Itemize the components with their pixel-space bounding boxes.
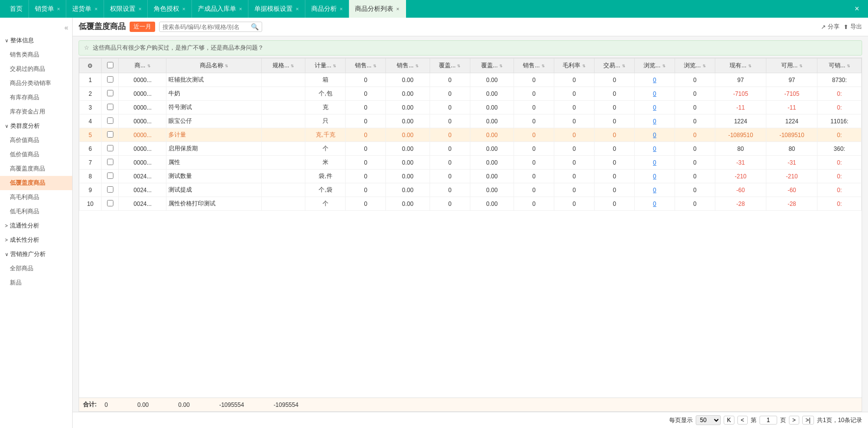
- page-title: 低覆盖度商品: [79, 22, 126, 32]
- window-close-button[interactable]: ×: [850, 4, 864, 13]
- sidebar-item-低毛利商品[interactable]: 低毛利商品: [0, 204, 72, 219]
- nav-tab-角色授权[interactable]: 角色授权×: [148, 0, 191, 18]
- pagination-bar: 每页显示 50 100 200 K < 第 页 > >| 共1页，10条记录: [73, 412, 868, 428]
- footer-col1: 0: [105, 401, 108, 408]
- col-gross: 毛利率 ⇅: [554, 58, 595, 73]
- tab-close-icon[interactable]: ×: [57, 6, 60, 12]
- col-cover2: 覆盖... ⇅: [470, 58, 514, 73]
- sidebar-item-高价值商品[interactable]: 高价值商品: [0, 133, 72, 147]
- col-checkbox: [101, 58, 119, 73]
- table-header-row: ⚙ 商... ⇅ 商品名称 ⇅ 规格... ⇅ 计量... ⇅ 销售... ⇅ …: [80, 58, 862, 73]
- page-size-select[interactable]: 50 100 200: [696, 415, 721, 425]
- sidebar-section-整体信息[interactable]: ∨整体信息: [0, 33, 72, 48]
- footer-col5: -1095554: [273, 401, 298, 408]
- section-arrow-icon: >: [5, 237, 8, 243]
- nav-tab-商品分析列表[interactable]: 商品分析列表×: [349, 0, 406, 18]
- table-row: 50000...多计量克,千克00.0000.0000000-1089510-1…: [80, 128, 862, 142]
- tab-close-icon[interactable]: ×: [396, 6, 399, 12]
- search-box: 🔍: [159, 22, 262, 32]
- sidebar-section-成长性分析[interactable]: >成长性分析: [0, 233, 72, 247]
- footer-col3: 0.00: [178, 401, 190, 408]
- tab-close-icon[interactable]: ×: [94, 6, 97, 12]
- content-header: 低覆盖度商品 近一月 🔍 ↗ 分享 ⬆ 导出: [73, 18, 868, 36]
- col-spec: 规格... ⇅: [262, 58, 305, 73]
- col-code: 商... ⇅: [119, 58, 166, 73]
- page-number-input[interactable]: [760, 416, 777, 425]
- select-all-checkbox[interactable]: [107, 62, 113, 68]
- sidebar-section-营销推广分析[interactable]: ∨营销推广分析: [0, 247, 72, 261]
- col-stock2: 可用... ⇅: [766, 58, 817, 73]
- info-icon: ☆: [84, 44, 89, 51]
- data-table: ⚙ 商... ⇅ 商品名称 ⇅ 规格... ⇅ 计量... ⇅ 销售... ⇅ …: [79, 58, 862, 211]
- col-trade: 交易... ⇅: [595, 58, 635, 73]
- sidebar-collapse-button[interactable]: «: [0, 22, 72, 33]
- sidebar-item-交易过的商品[interactable]: 交易过的商品: [0, 62, 72, 76]
- row-checkbox[interactable]: [107, 90, 113, 96]
- nav-tab-进货单[interactable]: 进货单×: [66, 0, 104, 18]
- sidebar-item-新品[interactable]: 新品: [0, 276, 72, 290]
- footer-col2: 0.00: [137, 401, 149, 408]
- row-checkbox[interactable]: [107, 145, 113, 151]
- sidebar-item-高覆盖度商品[interactable]: 高覆盖度商品: [0, 162, 72, 176]
- col-browse1: 浏览... ⇅: [634, 58, 675, 73]
- search-icon[interactable]: 🔍: [251, 23, 259, 30]
- share-button[interactable]: ↗ 分享: [821, 23, 840, 31]
- table-row: 70000...属性米00.0000.0000000-31-310:: [80, 156, 862, 170]
- nav-tab-产成品入库单[interactable]: 产成品入库单×: [192, 0, 248, 18]
- nav-tab-销货单[interactable]: 销货单×: [29, 0, 66, 18]
- sidebar-item-商品分类动销率[interactable]: 商品分类动销率: [0, 76, 72, 90]
- sidebar-item-有库存商品[interactable]: 有库存商品: [0, 90, 72, 105]
- sidebar-item-高毛利商品[interactable]: 高毛利商品: [0, 190, 72, 204]
- table-container: ⚙ 商... ⇅ 商品名称 ⇅ 规格... ⇅ 计量... ⇅ 销售... ⇅ …: [79, 57, 862, 398]
- sidebar-section-流通性分析[interactable]: >流通性分析: [0, 219, 72, 233]
- row-checkbox[interactable]: [107, 76, 113, 83]
- tab-close-icon[interactable]: ×: [182, 6, 185, 12]
- last-page-button[interactable]: >|: [802, 416, 814, 425]
- nav-tab-权限设置[interactable]: 权限设置×: [104, 0, 148, 18]
- tab-close-icon[interactable]: ×: [340, 6, 343, 12]
- page-of-label: 页: [780, 416, 786, 425]
- table-row: 20000...牛奶个,包00.0000.0000000-7105-71050:: [80, 87, 862, 101]
- date-filter-button[interactable]: 近一月: [130, 22, 155, 32]
- sidebar-item-库存资金占用[interactable]: 库存资金占用: [0, 105, 72, 119]
- row-checkbox[interactable]: [107, 117, 113, 124]
- col-stock3: 可销... ⇅: [817, 58, 862, 73]
- table-row: 100024...属性价格打印测试个00.0000.0000000-28-280…: [80, 197, 862, 211]
- row-checkbox[interactable]: [107, 172, 113, 179]
- table-row: 80024...测试数量袋,件00.0000.0000000-210-2100:: [80, 170, 862, 183]
- next-page-button[interactable]: >: [789, 416, 799, 425]
- nav-tab-单据模板设置[interactable]: 单据模板设置×: [248, 0, 305, 18]
- prev-page-button[interactable]: <: [737, 416, 748, 425]
- row-checkbox[interactable]: [107, 159, 113, 165]
- export-button[interactable]: ⬆ 导出: [843, 23, 862, 31]
- sidebar-item-全部商品[interactable]: 全部商品: [0, 261, 72, 276]
- col-browse2: 浏览... ⇅: [675, 58, 715, 73]
- export-icon: ⬆: [843, 24, 848, 30]
- row-checkbox[interactable]: [107, 104, 113, 110]
- tab-close-icon[interactable]: ×: [239, 6, 242, 12]
- sidebar-item-低价值商品[interactable]: 低价值商品: [0, 147, 72, 162]
- search-input[interactable]: [163, 24, 251, 30]
- col-unit: 计量... ⇅: [305, 58, 346, 73]
- sidebar-section-类群度分析[interactable]: ∨类群度分析: [0, 119, 72, 133]
- nav-tab-首页[interactable]: 首页: [4, 0, 29, 18]
- share-icon: ↗: [821, 24, 826, 30]
- section-arrow-icon: ∨: [5, 123, 8, 129]
- nav-tab-商品分析[interactable]: 商品分析×: [305, 0, 349, 18]
- table-row: 30000...符号测试克00.0000.0000000-11-110:: [80, 101, 862, 114]
- row-checkbox[interactable]: [107, 131, 113, 138]
- tab-close-icon[interactable]: ×: [296, 6, 298, 12]
- first-page-button[interactable]: K: [724, 416, 734, 425]
- table-row: 40000...眼宝公仔只00.0000.0000000122412241101…: [80, 114, 862, 128]
- table-footer: 合计: 0 0.00 0.00 -1095554 -1095554: [79, 398, 862, 412]
- row-checkbox[interactable]: [107, 200, 113, 206]
- section-arrow-icon: ∨: [5, 38, 8, 43]
- row-checkbox[interactable]: [107, 186, 113, 193]
- col-settings[interactable]: ⚙: [80, 58, 102, 73]
- sidebar-item-销售类商品[interactable]: 销售类商品: [0, 48, 72, 62]
- sidebar-item-低覆盖度商品[interactable]: 低覆盖度商品: [0, 176, 72, 190]
- table-row: 10000...旺辅批次测试箱00.0000.000000097978730:: [80, 73, 862, 87]
- page-label: 第: [751, 416, 757, 425]
- info-bar: ☆ 这些商品只有很少客户购买过，是推广不够，还是商品本身问题？: [79, 40, 862, 56]
- tab-close-icon[interactable]: ×: [138, 6, 141, 12]
